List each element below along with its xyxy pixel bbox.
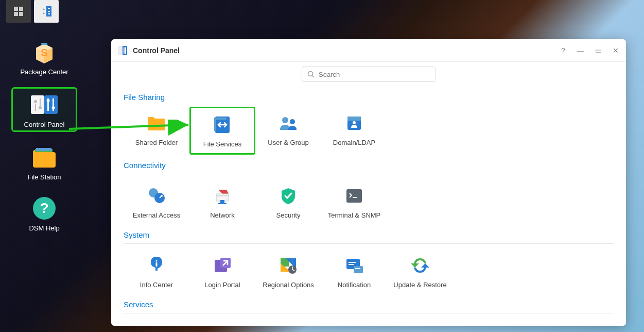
update-restore-icon: [408, 254, 432, 277]
svg-rect-43: [218, 203, 227, 204]
help-button[interactable]: ?: [559, 46, 567, 55]
user-group-icon: [276, 112, 301, 135]
item-label: Update & Restore: [393, 281, 446, 289]
item-file-services[interactable]: File Services: [189, 107, 255, 155]
desktop-icon-control-panel[interactable]: Control Panel: [11, 87, 77, 132]
section-system: Info Center Login Portal Regional Option…: [124, 249, 614, 294]
taskbar: [6, 0, 59, 23]
window-titlebar[interactable]: Control Panel ? — ▭ ✕: [111, 39, 626, 62]
svg-rect-4: [48, 8, 50, 9]
item-regional-options[interactable]: Regional Options: [255, 249, 321, 294]
domain-ldap-icon: [342, 112, 367, 135]
svg-point-46: [156, 260, 158, 262]
file-station-icon: [28, 143, 61, 171]
regional-options-icon: [276, 254, 301, 277]
svg-point-2: [43, 9, 45, 10]
svg-rect-42: [220, 200, 224, 203]
svg-rect-24: [118, 46, 123, 55]
search-box[interactable]: [302, 67, 436, 82]
item-label: Shared Folder: [135, 139, 178, 146]
terminal-icon: [342, 185, 367, 207]
desktop-icons: S Package Center Control Panel File Stat…: [11, 36, 77, 234]
item-notification[interactable]: Notification: [321, 249, 387, 294]
svg-line-29: [312, 76, 315, 78]
svg-rect-44: [346, 189, 362, 203]
app-launcher-button[interactable]: [6, 0, 31, 23]
svg-rect-27: [125, 47, 126, 54]
package-center-icon: S: [28, 38, 61, 66]
svg-point-32: [282, 117, 288, 123]
item-label: User & Group: [268, 139, 308, 146]
svg-rect-20: [36, 148, 51, 151]
item-login-portal[interactable]: Login Portal: [189, 249, 255, 294]
item-label: Login Portal: [204, 281, 240, 289]
svg-rect-8: [41, 43, 47, 45]
section-title-services: Services: [124, 300, 614, 313]
desktop-icon-package-center[interactable]: S Package Center: [11, 36, 77, 78]
maximize-button[interactable]: ▭: [594, 46, 602, 55]
svg-point-11: [34, 100, 37, 103]
item-label: Terminal & SNMP: [328, 211, 381, 219]
desktop-icon-label: Package Center: [20, 68, 68, 76]
svg-rect-56: [354, 266, 363, 273]
item-shared-folder[interactable]: Shared Folder: [124, 107, 189, 155]
desktop-icon-dsm-help[interactable]: ? DSM Help: [11, 192, 77, 234]
item-user-group[interactable]: User & Group: [255, 107, 321, 155]
svg-rect-35: [347, 117, 361, 121]
item-label: External Access: [133, 211, 181, 219]
info-center-icon: [144, 254, 169, 277]
svg-point-3: [43, 13, 45, 14]
svg-point-12: [39, 106, 42, 109]
section-title-system: System: [124, 230, 614, 244]
item-label: Network: [210, 211, 235, 219]
svg-rect-10: [44, 95, 58, 114]
login-portal-icon: [210, 254, 235, 277]
item-security[interactable]: Security: [255, 179, 321, 224]
close-button[interactable]: ✕: [612, 46, 620, 55]
search-icon: [307, 71, 315, 78]
item-label: Security: [276, 211, 301, 219]
item-label: Regional Options: [263, 281, 314, 289]
svg-text:?: ?: [40, 200, 48, 216]
desktop-icon-label: File Station: [27, 173, 61, 181]
desktop-icon-label: Control Panel: [24, 121, 65, 128]
control-panel-window: Control Panel ? — ▭ ✕ File Sharing Share…: [111, 39, 626, 326]
security-icon: [276, 185, 301, 207]
item-label: Info Center: [140, 281, 173, 289]
svg-rect-25: [123, 46, 127, 55]
svg-rect-57: [355, 268, 360, 269]
svg-rect-0: [41, 6, 46, 16]
shared-folder-icon: [144, 112, 169, 135]
item-label: Notification: [338, 281, 371, 289]
svg-rect-14: [40, 98, 41, 106]
section-title-connectivity: Connectivity: [124, 161, 614, 174]
svg-point-28: [308, 72, 313, 76]
item-label: File Services: [203, 140, 241, 148]
control-panel-icon: [28, 91, 61, 119]
network-icon: [210, 185, 235, 207]
dsm-help-icon: ?: [28, 194, 61, 222]
window-controls: ? — ▭ ✕: [559, 46, 620, 55]
item-info-center[interactable]: Info Center: [124, 249, 189, 294]
svg-text:S: S: [41, 47, 47, 58]
item-update-restore[interactable]: Update & Restore: [387, 249, 453, 294]
item-network[interactable]: Network: [189, 179, 255, 224]
item-terminal-snmp[interactable]: Terminal & SNMP: [321, 179, 387, 224]
window-title: Control Panel: [133, 46, 559, 55]
window-toolbar: [111, 62, 626, 87]
taskbar-control-panel[interactable]: [34, 0, 59, 23]
section-file-sharing: Shared Folder File Services User & Group…: [124, 107, 614, 155]
svg-point-17: [47, 99, 50, 102]
minimize-button[interactable]: —: [577, 46, 585, 55]
svg-rect-26: [124, 47, 125, 54]
item-label: Domain/LDAP: [333, 139, 375, 146]
external-access-icon: [144, 185, 169, 207]
section-title-file-sharing: File Sharing: [124, 93, 614, 102]
svg-rect-54: [349, 262, 356, 263]
item-external-access[interactable]: External Access: [124, 179, 189, 224]
svg-rect-13: [35, 104, 36, 111]
desktop-icon-label: DSM Help: [29, 224, 59, 232]
search-input[interactable]: [319, 71, 430, 78]
desktop-icon-file-station[interactable]: File Station: [11, 141, 77, 183]
item-domain-ldap[interactable]: Domain/LDAP: [321, 107, 387, 155]
